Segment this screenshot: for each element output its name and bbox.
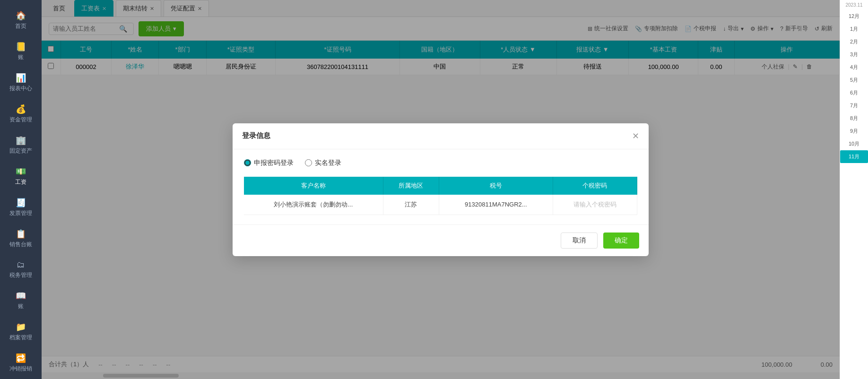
month-8[interactable]: 8月 [840,112,868,125]
sidebar-label-tax: 税务管理 [9,271,32,279]
sidebar-item-fund[interactable]: 💰 资金管理 [0,98,42,129]
radio-password-login[interactable]: 申报密码登录 [244,159,294,167]
month-2[interactable]: 2月 [840,35,868,48]
col-tax-number: 税号 [439,177,553,195]
login-modal: 登录信息 ✕ 申报密码登录 实名登录 [233,123,649,256]
home-icon: 🏠 [16,10,26,21]
sidebar-label-archive: 档案管理 [9,334,32,342]
month-4[interactable]: 4月 [840,61,868,74]
client-tax-number-cell: 91320811MA7NGR2... [439,195,553,215]
col-client-name: 客户名称 [244,177,383,195]
right-panel: 2023.11 12月 1月 2月 3月 4月 5月 6月 7月 8月 9月 1… [840,0,868,379]
login-type-radio-group: 申报密码登录 实名登录 [244,159,637,167]
sidebar-label-expense: 冲销报销 [9,365,32,373]
asset-icon: 🏢 [16,135,26,146]
sidebar-item-payroll[interactable]: 💵 工资 [0,161,42,192]
cancel-button[interactable]: 取消 [561,233,598,249]
sidebar: 🏠 首页 📒 账 📊 报表中心 💰 资金管理 🏢 固定资产 💵 工资 🧾 发票管… [0,0,42,379]
report-icon: 📊 [16,73,26,83]
sidebar-label-sales: 销售台账 [9,241,32,249]
radio-realname-login[interactable]: 实名登录 [305,159,341,167]
account-icon: 📒 [16,42,26,52]
client-name-cell: 刘小艳演示账套（勿删勿动... [244,195,383,215]
payroll-icon: 💵 [16,166,26,177]
modal-title: 登录信息 [242,131,270,140]
radio-realname-label: 实名登录 [315,159,341,167]
month-9[interactable]: 9月 [840,125,868,138]
sales-icon: 📋 [16,229,26,239]
sidebar-item-tax[interactable]: 🗂 税务管理 [0,254,42,285]
radio-password-input[interactable] [244,159,251,166]
sidebar-item-archive[interactable]: 📁 档案管理 [0,316,42,347]
year-label: 2023.11 [845,2,862,8]
modal-body: 申报密码登录 实名登录 客户名称 所属地区 税号 个税密码 [233,149,649,224]
modal-close-button[interactable]: ✕ [632,131,639,141]
archive-icon: 📁 [16,322,26,332]
col-tax-password: 个税密码 [553,177,637,195]
radio-password-label: 申报密码登录 [254,159,294,167]
fund-icon: 💰 [16,104,26,114]
month-10[interactable]: 10月 [840,138,868,150]
sidebar-label-fund: 资金管理 [9,116,32,124]
modal-header: 登录信息 ✕ [233,123,649,149]
sidebar-label-account: 账 [18,53,24,61]
sidebar-item-home[interactable]: 🏠 首页 [0,5,42,36]
sidebar-item-expense[interactable]: 🔁 冲销报销 [0,347,42,379]
month-1[interactable]: 1月 [840,23,868,35]
sidebar-label-payroll: 工资 [15,178,26,186]
sidebar-label-report: 报表中心 [9,85,32,93]
month-3[interactable]: 3月 [840,48,868,61]
sidebar-item-asset[interactable]: 🏢 固定资产 [0,129,42,161]
expense-icon: 🔁 [16,353,26,363]
month-5[interactable]: 5月 [840,74,868,86]
col-region: 所属地区 [383,177,439,195]
modal-overlay: 登录信息 ✕ 申报密码登录 实名登录 [42,0,840,379]
client-table: 客户名称 所属地区 税号 个税密码 刘小艳演示账套（勿删勿动... 江苏 913… [244,177,637,215]
modal-footer: 取消 确定 [233,224,649,256]
sidebar-item-report[interactable]: 📊 报表中心 [0,67,42,98]
invoice-icon: 🧾 [16,198,26,208]
month-12[interactable]: 12月 [840,10,868,23]
sidebar-item-sales[interactable]: 📋 销售台账 [0,223,42,254]
sidebar-label-home: 首页 [15,22,26,30]
ledger-icon: 📖 [16,291,26,301]
sidebar-item-ledger[interactable]: 📖 账 [0,285,42,316]
sidebar-label-asset: 固定资产 [9,147,32,155]
main-content: 首页 工资表 ✕ 期末结转 ✕ 凭证配置 ✕ 🔍 添加人员 ▾ ⊞ 统一社保设置 [42,0,840,379]
month-11[interactable]: 11月 [840,150,868,163]
radio-realname-input[interactable] [305,159,312,166]
month-7[interactable]: 7月 [840,99,868,112]
sidebar-label-invoice: 发票管理 [9,209,32,217]
sidebar-item-account[interactable]: 📒 账 [0,36,42,67]
month-6[interactable]: 6月 [840,86,868,99]
client-table-header: 客户名称 所属地区 税号 个税密码 [244,177,637,195]
sidebar-item-invoice[interactable]: 🧾 发票管理 [0,192,42,223]
client-region-cell: 江苏 [383,195,439,215]
client-table-row: 刘小艳演示账套（勿删勿动... 江苏 91320811MA7NGR2... 请输… [244,195,637,215]
confirm-button[interactable]: 确定 [603,233,639,249]
sidebar-label-ledger: 账 [18,302,24,310]
client-password-cell[interactable]: 请输入个税密码 [553,195,637,215]
tax-icon: 🗂 [17,260,25,270]
